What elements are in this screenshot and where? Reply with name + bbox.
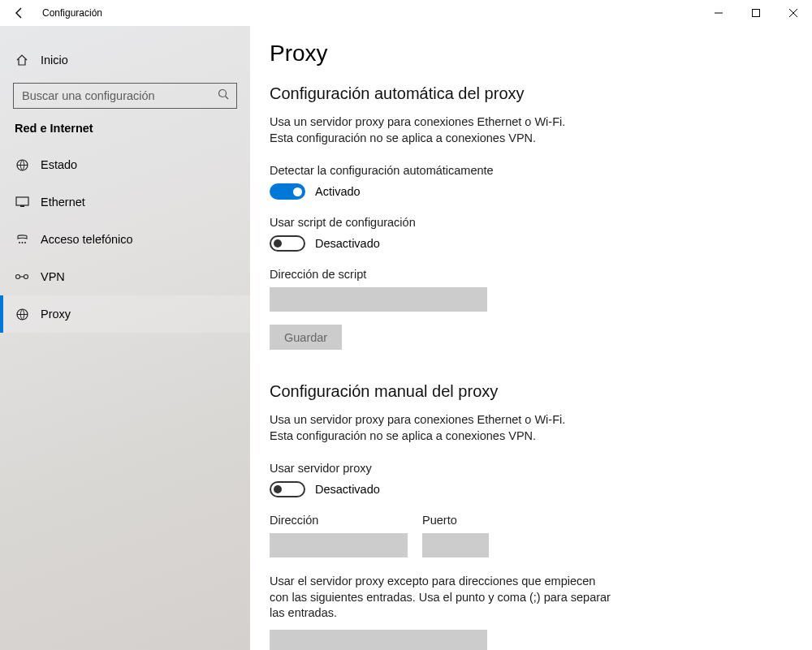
svg-point-2 xyxy=(219,89,227,97)
address-label: Dirección xyxy=(270,514,408,527)
sidebar-item-vpn[interactable]: VPN xyxy=(0,258,250,295)
script-toggle[interactable] xyxy=(270,235,305,252)
exceptions-input[interactable] xyxy=(270,630,487,650)
svg-rect-1 xyxy=(753,10,760,17)
svg-point-11 xyxy=(24,275,28,279)
sidebar-home[interactable]: Inicio xyxy=(0,42,250,78)
sidebar-item-ethernet[interactable]: Ethernet xyxy=(0,183,250,221)
search-icon xyxy=(218,88,230,104)
vpn-icon xyxy=(15,272,29,282)
port-label: Puerto xyxy=(422,514,489,527)
dialup-icon xyxy=(15,234,29,245)
exceptions-label: Usar el servidor proxy excepto para dire… xyxy=(270,574,611,622)
sidebar-item-label: VPN xyxy=(41,270,65,283)
use-proxy-state: Desactivado xyxy=(315,483,380,496)
sidebar-item-label: Proxy xyxy=(41,308,71,321)
sidebar-item-proxy[interactable]: Proxy xyxy=(0,295,250,333)
use-proxy-toggle[interactable] xyxy=(270,481,305,497)
script-address-label: Dirección de script xyxy=(270,268,788,281)
script-state: Desactivado xyxy=(315,237,380,250)
address-input[interactable] xyxy=(270,533,408,557)
section-manual-heading: Configuración manual del proxy xyxy=(270,382,788,401)
svg-point-8 xyxy=(21,242,23,243)
svg-point-10 xyxy=(16,275,20,279)
minimize-button[interactable] xyxy=(700,0,737,26)
close-button[interactable] xyxy=(775,0,812,26)
back-button[interactable] xyxy=(10,3,29,23)
svg-point-9 xyxy=(24,242,26,243)
titlebar: Configuración xyxy=(0,0,812,26)
svg-line-3 xyxy=(226,96,229,99)
save-button-auto[interactable]: Guardar xyxy=(270,325,342,350)
sidebar-item-label: Estado xyxy=(41,158,77,171)
sidebar-item-label: Ethernet xyxy=(41,196,85,209)
section-auto-heading: Configuración automática del proxy xyxy=(270,84,788,103)
section-auto-desc: Usa un servidor proxy para conexiones Et… xyxy=(270,114,570,146)
globe-icon xyxy=(15,308,29,321)
sidebar-section-title: Red e Internet xyxy=(0,122,250,146)
window-title: Configuración xyxy=(42,7,102,19)
svg-rect-6 xyxy=(20,205,24,207)
svg-point-7 xyxy=(19,242,20,243)
sidebar-search[interactable] xyxy=(13,83,237,109)
detect-toggle[interactable] xyxy=(270,183,305,200)
monitor-icon xyxy=(15,158,29,172)
page-title: Proxy xyxy=(270,41,788,67)
sidebar-item-estado[interactable]: Estado xyxy=(0,146,250,183)
port-input[interactable] xyxy=(422,533,489,557)
main-content: Proxy Configuración automática del proxy… xyxy=(250,26,812,650)
script-toggle-label: Usar script de configuración xyxy=(270,216,788,229)
sidebar-item-label: Acceso telefónico xyxy=(41,233,133,246)
svg-rect-5 xyxy=(16,197,28,205)
sidebar: Inicio Red e Internet Estado Ethernet xyxy=(0,26,250,650)
search-input[interactable] xyxy=(14,89,236,102)
home-icon xyxy=(15,54,29,67)
maximize-button[interactable] xyxy=(737,0,775,26)
sidebar-item-acceso-telefonico[interactable]: Acceso telefónico xyxy=(0,221,250,258)
section-manual-desc: Usa un servidor proxy para conexiones Et… xyxy=(270,412,570,444)
use-proxy-label: Usar servidor proxy xyxy=(270,462,788,475)
script-address-input[interactable] xyxy=(270,287,487,312)
ethernet-icon xyxy=(15,196,29,208)
detect-state: Activado xyxy=(315,185,361,198)
detect-label: Detectar la configuración automáticament… xyxy=(270,164,788,177)
sidebar-home-label: Inicio xyxy=(41,54,68,67)
